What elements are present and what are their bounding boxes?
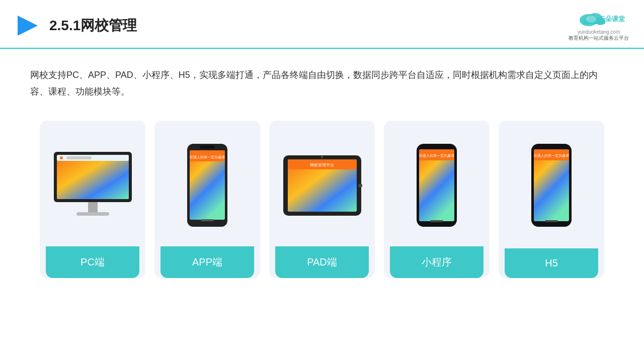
svg-text:云朵课堂: 云朵课堂	[599, 15, 625, 23]
svg-rect-19	[201, 219, 214, 221]
svg-rect-40	[545, 220, 558, 222]
svg-rect-14	[66, 156, 92, 159]
logo-area: 云朵课堂 yunduoketang.com 教育机构一站式服务云平台	[569, 9, 629, 42]
card-app-image: 职通人的第一堂兴趣课	[160, 133, 254, 238]
svg-rect-39	[541, 144, 561, 149]
svg-point-25	[321, 156, 323, 158]
card-app-label: APP端	[160, 246, 254, 278]
description-text: 网校支持PC、APP、PAD、小程序、H5，实现多端打通，产品各终端自由切换，数…	[0, 49, 644, 106]
card-pc-image	[46, 133, 139, 238]
card-h5-label: H5	[505, 248, 598, 278]
card-miniapp-image: 职通人的第一堂兴趣课	[390, 133, 484, 238]
header-left: 2.5.1网校管理	[15, 13, 137, 38]
svg-rect-11	[76, 212, 109, 216]
play-icon	[15, 13, 40, 38]
svg-text:职通人的第一堂兴趣课: 职通人的第一堂兴趣课	[190, 155, 225, 159]
svg-rect-33	[430, 220, 443, 222]
svg-text:网校管理平台: 网校管理平台	[310, 163, 334, 167]
svg-text:职通人的第一堂兴趣课: 职通人的第一堂兴趣课	[419, 154, 454, 158]
h5-phone-svg: 职通人的第一堂兴趣课	[529, 141, 574, 229]
app-phone-svg: 职通人的第一堂兴趣课	[185, 141, 230, 229]
svg-text:职通人的第一堂兴趣课: 职通人的第一堂兴趣课	[534, 154, 569, 158]
card-miniapp: 职通人的第一堂兴趣课 小程序	[384, 121, 490, 278]
brand-logo-svg: 云朵课堂	[571, 9, 626, 29]
card-miniapp-label: 小程序	[390, 246, 484, 278]
svg-marker-0	[18, 16, 38, 36]
svg-rect-9	[57, 155, 129, 199]
svg-point-26	[358, 184, 362, 188]
svg-rect-10	[88, 202, 98, 213]
card-pad: 网校管理平台 PAD端	[269, 121, 375, 278]
card-pad-label: PAD端	[275, 246, 369, 278]
card-pc-label: PC端	[46, 246, 139, 278]
header: 2.5.1网校管理 云朵课堂 yunduoketang.com 教育机构一站式服…	[0, 0, 644, 49]
logo-url: yunduoketang.com	[578, 29, 620, 35]
card-pc: PC端	[40, 121, 145, 278]
logo-slogan: 教育机构一站式服务云平台	[569, 35, 629, 42]
svg-point-5	[586, 16, 596, 23]
svg-rect-18	[200, 145, 215, 149]
monitor-svg	[49, 148, 137, 223]
miniapp-phone-svg: 职通人的第一堂兴趣课	[414, 141, 459, 229]
card-h5-image: 职通人的第一堂兴趣课	[505, 133, 598, 238]
card-app: 职通人的第一堂兴趣课 APP端	[154, 121, 260, 278]
svg-point-13	[60, 156, 63, 159]
page-title: 2.5.1网校管理	[49, 16, 137, 35]
card-h5: 职通人的第一堂兴趣课 H5	[499, 121, 604, 278]
svg-rect-32	[427, 144, 447, 149]
pad-tablet-svg: 网校管理平台	[281, 153, 364, 218]
card-pad-image: 网校管理平台	[275, 133, 369, 238]
cards-container: PC端	[0, 106, 644, 293]
